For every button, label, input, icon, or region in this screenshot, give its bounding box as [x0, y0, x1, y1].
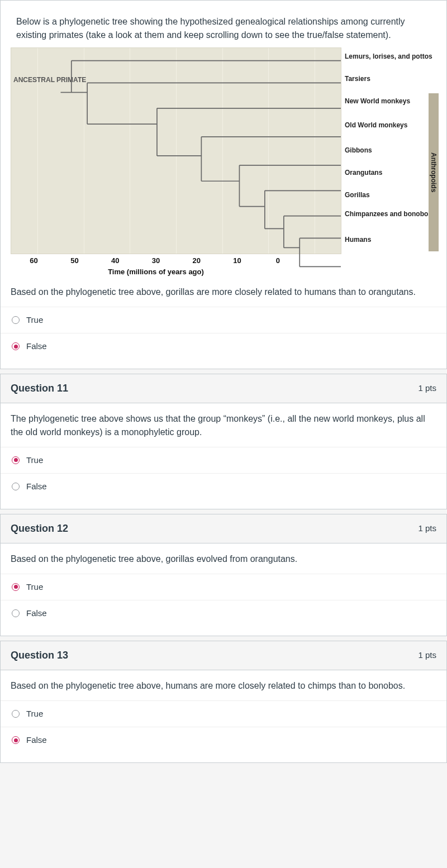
- question-11-answers: True False: [1, 447, 446, 500]
- radio-icon[interactable]: [12, 710, 20, 718]
- leaf-chimps: Chimpanzees and bonobos: [345, 211, 432, 218]
- question-10-card: Below is a phylogenetic tree showing the…: [0, 0, 447, 369]
- question-11-text: The phylogenetic tree above shows us tha…: [11, 412, 436, 439]
- radio-icon[interactable]: [12, 736, 20, 744]
- radio-icon[interactable]: [12, 456, 20, 464]
- answer-false[interactable]: False: [1, 333, 446, 360]
- question-12-card: Question 12 1 pts Based on the phylogene…: [0, 514, 447, 636]
- leaf-orang: Orangutans: [345, 169, 382, 177]
- answer-label: True: [26, 581, 43, 594]
- answer-label: True: [26, 708, 43, 721]
- question-title: Question 13: [11, 648, 68, 663]
- question-points: 1 pts: [418, 649, 436, 662]
- x-tick: 20: [193, 255, 201, 266]
- phylogenetic-tree-figure: ANCESTRAL PRIMATE: [11, 47, 436, 278]
- answer-label: True: [26, 314, 43, 327]
- question-12-answers: True False: [1, 574, 446, 627]
- answer-false[interactable]: False: [1, 727, 446, 753]
- radio-icon[interactable]: [12, 583, 20, 591]
- question-intro: Below is a phylogenetic tree showing the…: [16, 15, 431, 42]
- radio-icon[interactable]: [12, 342, 20, 350]
- answer-label: False: [26, 480, 47, 493]
- question-points: 1 pts: [418, 382, 436, 395]
- answer-true[interactable]: True: [1, 701, 446, 728]
- anthropoids-bracket: Anthropoids: [429, 93, 439, 251]
- answer-false[interactable]: False: [1, 474, 446, 500]
- x-tick: 60: [30, 255, 37, 266]
- leaf-tarsiers: Tarsiers: [345, 75, 370, 83]
- answer-label: True: [26, 454, 43, 467]
- answer-true[interactable]: True: [1, 307, 446, 334]
- leaf-gorillas: Gorillas: [345, 192, 370, 199]
- answer-label: False: [26, 607, 47, 620]
- question-11-card: Question 11 1 pts The phylogenetic tree …: [0, 374, 447, 509]
- question-title: Question 12: [11, 521, 68, 536]
- question-points: 1 pts: [418, 522, 436, 535]
- answer-label: False: [26, 340, 47, 353]
- question-12-text: Based on the phylogenetic tree above, go…: [11, 552, 436, 566]
- leaf-lemurs: Lemurs, lorises, and pottos: [345, 53, 432, 60]
- question-title: Question 11: [11, 381, 68, 396]
- x-tick: 30: [152, 255, 160, 266]
- answer-true[interactable]: True: [1, 447, 446, 474]
- answer-true[interactable]: True: [1, 574, 446, 601]
- leaf-nwm: New World monkeys: [345, 98, 410, 105]
- question-10-text: Based on the phylogenetic tree above, go…: [11, 285, 436, 299]
- radio-icon[interactable]: [12, 316, 20, 324]
- question-13-text: Based on the phylogenetic tree above, hu…: [11, 679, 436, 693]
- leaf-owm: Old World monkeys: [345, 122, 407, 129]
- radio-icon[interactable]: [12, 483, 20, 490]
- leaf-gibbons: Gibbons: [345, 147, 372, 154]
- radio-icon[interactable]: [12, 609, 20, 617]
- x-tick: 40: [111, 255, 119, 266]
- answer-false[interactable]: False: [1, 600, 446, 627]
- x-tick: 50: [70, 255, 78, 266]
- x-tick: 10: [233, 255, 241, 266]
- answer-label: False: [26, 734, 47, 747]
- question-13-card: Question 13 1 pts Based on the phylogene…: [0, 641, 447, 763]
- question-13-answers: True False: [1, 700, 446, 753]
- tree-svg: [11, 48, 341, 283]
- x-tick: 0: [276, 255, 280, 266]
- leaf-humans: Humans: [345, 236, 371, 244]
- question-10-answers: True False: [1, 307, 446, 360]
